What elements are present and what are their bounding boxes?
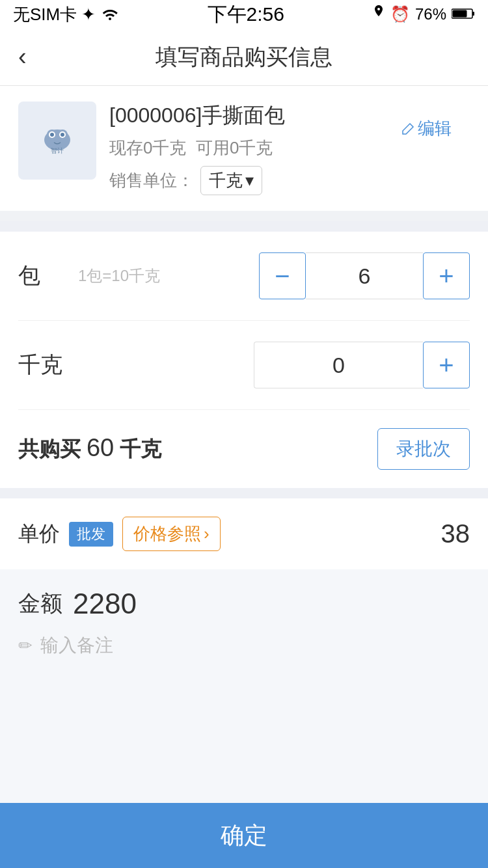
confirm-button[interactable]: 确定 — [0, 803, 488, 868]
svg-rect-1 — [472, 12, 474, 16]
price-tag: 批发 — [69, 522, 113, 547]
battery-icon — [452, 5, 475, 23]
svg-rect-2 — [452, 10, 467, 18]
pack-quantity-input[interactable] — [306, 252, 423, 299]
pack-plus-button[interactable]: + — [423, 252, 470, 299]
product-unit-row: 销售单位： 千克 ▾ — [109, 166, 470, 195]
unit-dropdown-icon: ▾ — [245, 170, 254, 191]
status-right: ⏰ 76% — [372, 5, 475, 23]
status-bar: 无SIM卡 ✦ 下午2:56 ⏰ 76% — [0, 0, 488, 29]
pack-controls: − + — [259, 252, 470, 299]
product-info: [0000006]手撕面包 现存0千克 可用0千克 销售单位： 千克 ▾ 编辑 — [109, 102, 470, 195]
nav-bar: ‹ 填写商品购买信息 — [0, 29, 488, 86]
pack-input-section: 包 1包=10千克 − + — [0, 232, 488, 321]
amount-label: 金额 — [18, 589, 62, 619]
total-section: 共购买 60 千克 录批次 — [0, 410, 488, 488]
batch-button[interactable]: 录批次 — [377, 428, 470, 470]
kg-controls: + — [254, 342, 470, 388]
pack-sublabel: 1包=10千克 — [78, 265, 259, 286]
pack-label: 包 — [18, 261, 70, 291]
alarm-icon: ⏰ — [390, 5, 410, 23]
remark-row[interactable]: ✏ 输入备注 — [18, 633, 470, 658]
price-ref-button[interactable]: 价格参照 › — [122, 517, 221, 551]
back-button[interactable]: ‹ — [18, 43, 27, 71]
kg-quantity-input[interactable] — [254, 342, 423, 388]
svg-point-9 — [61, 133, 64, 137]
location-icon — [372, 5, 385, 23]
pencil-icon: ✏ — [18, 636, 33, 656]
divider-2 — [0, 488, 488, 498]
divider-1 — [0, 221, 488, 232]
product-image: 智计 — [18, 102, 96, 180]
price-label-row: 单价 批发 价格参照 › — [18, 517, 221, 551]
product-card: 智计 [0000006]手撕面包 现存0千克 可用0千克 销售单位： 千克 ▾ … — [0, 86, 488, 211]
amount-section: 金额 2280 ✏ 输入备注 — [0, 569, 488, 740]
status-left: 无SIM卡 ✦ — [13, 3, 119, 26]
svg-point-8 — [50, 133, 54, 137]
confirm-label: 确定 — [221, 820, 267, 852]
price-section: 单价 批发 价格参照 › 38 — [0, 498, 488, 569]
kg-label: 千克 — [18, 350, 70, 380]
pack-input-row: 包 1包=10千克 − + — [18, 232, 470, 321]
kg-input-row: 千克 + — [18, 321, 470, 410]
kg-plus-button[interactable]: + — [423, 342, 470, 388]
spacer — [0, 740, 488, 804]
product-stock: 现存0千克 可用0千克 — [109, 137, 470, 159]
battery-text: 76% — [415, 5, 446, 23]
edit-button[interactable]: 编辑 — [401, 117, 452, 140]
price-label: 单价 — [18, 520, 60, 549]
unit-select[interactable]: 千克 ▾ — [200, 166, 262, 195]
total-text: 共购买 60 千克 — [18, 434, 161, 464]
wifi-icon — [101, 5, 119, 25]
kg-input-section: 千克 + — [0, 321, 488, 410]
amount-value: 2280 — [73, 588, 137, 620]
svg-text:智计: 智计 — [51, 147, 64, 154]
sim-status: 无SIM卡 ✦ — [13, 3, 96, 26]
price-value: 38 — [441, 519, 470, 549]
page-title: 填写商品购买信息 — [156, 42, 332, 72]
unit-label: 销售单位： — [109, 169, 194, 192]
product-thumbnail-icon: 智计 — [36, 116, 78, 165]
pack-minus-button[interactable]: − — [259, 252, 306, 299]
remark-placeholder: 输入备注 — [40, 633, 113, 658]
price-ref-icon: › — [204, 524, 210, 544]
amount-row: 金额 2280 — [18, 588, 470, 620]
status-time: 下午2:56 — [208, 1, 284, 28]
